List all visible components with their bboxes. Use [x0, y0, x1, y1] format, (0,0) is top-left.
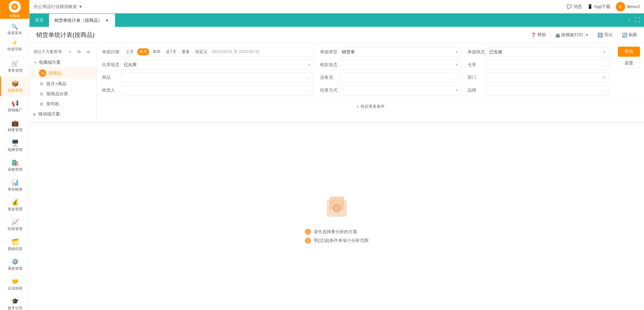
empty-hint-2: 2 用[过滤]条件来缩小分析范围: [305, 238, 368, 244]
date-control[interactable]: 上月 本月 本年 近7天 更多 自定义 2023-03-01 至 2023-03…: [121, 47, 313, 57]
brand-dots[interactable]: …: [601, 88, 605, 93]
scheme-settings-btn[interactable]: ⚙: [75, 48, 83, 55]
scheme-add-btn[interactable]: ＋: [66, 48, 73, 55]
template-print-dropdown-btn[interactable]: ▾: [586, 33, 588, 37]
sidebar-item-system[interactable]: ⚙️ 系统管理: [0, 255, 29, 274]
scheme-group-mobile: ▶ 移动端方案: [30, 109, 96, 119]
date-tab-7days[interactable]: 近7天: [164, 48, 178, 55]
content-area: 销货单统计表(按商品) ❓ 帮助 | 🖨️ 按模板打印 ▾ | ⬇️: [30, 27, 644, 310]
filter-date-item: 单据日期 上月 本月 本年 近7天 更多 自定义: [102, 47, 313, 57]
category-icon: ⊞: [39, 91, 44, 97]
sidebar-item-purchase[interactable]: 🛍️ 采购管理: [0, 156, 29, 175]
sidebar-item-sales[interactable]: 💼 销售管理: [0, 116, 29, 136]
hint-num-2: 2: [305, 238, 311, 244]
warehouse-label: 仓库: [468, 62, 486, 68]
help-btn[interactable]: ❓ 帮助: [531, 32, 546, 38]
settings-btn[interactable]: 设置: [618, 58, 640, 68]
filter-warehouse-item: 仓库 …: [468, 60, 608, 70]
filter-right: 单据日期 上月 本月 本年 近7天 更多 自定义: [97, 43, 644, 122]
newbie-icon: 🎓: [11, 298, 19, 305]
template-print-label: 按模板打印: [561, 32, 583, 38]
collect-status-label: 收款状态: [320, 62, 339, 68]
sidebar-item-newbie[interactable]: 🎓 新手引导: [0, 294, 29, 310]
collapse-conditions-btn[interactable]: ∧ 收起更多条件: [97, 101, 644, 111]
enterprise-icon: 🤝: [11, 278, 19, 285]
scheme-active-circle: 按: [39, 69, 46, 77]
quick-nav-label: 快捷导航: [7, 47, 22, 52]
scheme-group-pc-header[interactable]: ▼ 电脑端方案: [30, 57, 96, 67]
filter-settlement-item: 结算方式 ▾: [320, 85, 461, 95]
sidebar-item-inventory[interactable]: 📊 库存核算: [0, 175, 29, 195]
quick-nav-item[interactable]: ⚡ 快捷导航: [0, 38, 29, 54]
scheme-item-by-category[interactable]: ⊞ 按商品分类: [30, 89, 96, 99]
template-print-btn[interactable]: 🖨️ 按模板打印: [555, 32, 583, 38]
empty-hints: 1 请先选择要分析的方案 2 用[过滤]条件来缩小分析范围: [305, 229, 368, 244]
out-status-control[interactable]: 已出库 ▾: [121, 60, 313, 70]
settlement-control[interactable]: ▾: [339, 85, 461, 95]
salesperson-dots[interactable]: …: [453, 75, 458, 80]
refresh-btn[interactable]: 🔄 刷新: [622, 32, 637, 38]
sidebar-item-marketing[interactable]: 📢 营销推广: [0, 96, 29, 116]
sidebar-item-operations[interactable]: 📈 经营管理: [0, 215, 29, 235]
sidebar-item-enterprise[interactable]: 🤝 企业协同: [0, 274, 29, 294]
message-btn[interactable]: 💬 消息: [567, 4, 582, 10]
tab-home[interactable]: 首页: [30, 13, 49, 27]
receiver-dots[interactable]: …: [306, 88, 310, 93]
date-tab-custom[interactable]: 自定义: [193, 48, 209, 55]
collect-status-dropdown-icon: ▾: [456, 62, 458, 67]
department-control[interactable]: ▾: [486, 72, 608, 83]
date-tab-thisyear[interactable]: 本年: [151, 48, 163, 55]
search-menu-item[interactable]: 🔍 搜索菜单: [0, 21, 29, 38]
tab-minimize-btn[interactable]: －: [627, 17, 632, 24]
system-icon: ⚙️: [11, 258, 19, 265]
tab-sales-stat[interactable]: 销货单统计表（按商品） ✕: [49, 14, 115, 27]
order-status-label: 单据状态: [468, 49, 486, 55]
marketing-label: 营销推广: [8, 108, 22, 113]
scheme-item-by-month-goods[interactable]: ⊞ 按月+商品: [30, 79, 96, 89]
sidebar-item-retail[interactable]: 🛒 零售管理: [0, 57, 29, 76]
tab-maximize-btn[interactable]: ⛶: [635, 17, 640, 23]
salesperson-control[interactable]: …: [339, 72, 461, 83]
warehouse-dots[interactable]: …: [601, 62, 605, 67]
order-status-control[interactable]: 已生效 ▾: [486, 47, 608, 57]
export-label: 导出: [604, 32, 613, 38]
app-download-btn[interactable]: 📱 App下载: [587, 4, 610, 10]
dropdown-sep: [584, 33, 585, 37]
nav-icon: ⚡: [11, 40, 18, 46]
scheme-item-by-goods[interactable]: 按 按商品: [30, 67, 96, 79]
message-label: 消息: [573, 4, 582, 10]
scheme-collapse-btn[interactable]: ≪: [85, 48, 92, 55]
goods-dots[interactable]: …: [306, 75, 310, 80]
date-tab-more[interactable]: 更多: [180, 48, 192, 55]
date-tab-lastmonth[interactable]: 上月: [124, 48, 136, 55]
warehouse-control[interactable]: …: [486, 60, 608, 70]
query-btn[interactable]: 查询: [618, 47, 640, 57]
filter-actions: 查询 设置: [614, 43, 644, 101]
order-type-control[interactable]: 销货单 ▾: [339, 47, 461, 57]
scheme-header-icons: ＋ ⚙ ≪: [66, 48, 92, 55]
date-tab-thismonth[interactable]: 本月: [137, 48, 149, 55]
topbar-title: 办公用品行业模拟账套 ▼: [34, 4, 83, 10]
date-range-text: 2023-03-01 至 2023-03-31: [212, 49, 259, 55]
scheme-group-mobile-header[interactable]: ▶ 移动端方案: [30, 109, 96, 119]
search-icon: 🔍: [11, 23, 18, 30]
sidebar-logo[interactable]: 畅 标账版: [0, 0, 29, 19]
goods-control[interactable]: …: [121, 72, 313, 83]
sidebar-item-basic[interactable]: 🗂️ 基础信息: [0, 235, 29, 255]
brand-control[interactable]: …: [486, 85, 608, 95]
user-menu[interactable]: E demo2: [616, 2, 640, 11]
collect-status-control[interactable]: ▾: [339, 60, 461, 70]
export-btn[interactable]: ⬇️ 导出: [597, 32, 613, 38]
tab-close-btn[interactable]: ✕: [104, 18, 110, 23]
out-status-label: 出库状态: [102, 62, 121, 68]
topbar-dropdown-icon[interactable]: ▼: [78, 4, 83, 9]
sidebar-item-wholesale[interactable]: 📦 批发管理: [0, 76, 29, 96]
settlement-label: 结算方式: [320, 87, 339, 93]
receiver-control[interactable]: …: [121, 85, 313, 95]
sidebar-item-finance[interactable]: 💰 资金管理: [0, 195, 29, 215]
scheme-item-by-cashier[interactable]: ⊞ 按司机: [30, 99, 96, 109]
sidebar-search-section: 🔍 搜索菜单 ⚡ 快捷导航: [0, 19, 29, 57]
date-tabs: 上月 本月 本年 近7天 更多 自定义: [124, 48, 209, 55]
logo-icon: 畅: [9, 1, 21, 13]
sidebar-item-ecommerce[interactable]: 🖥️ 电商管理: [0, 136, 29, 156]
